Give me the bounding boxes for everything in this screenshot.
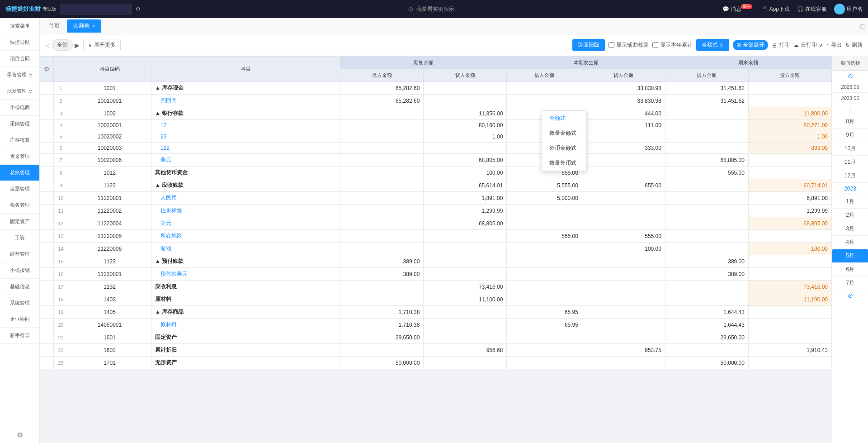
sidebar-item-invoice[interactable]: 发票管理: [0, 181, 39, 197]
th-settings: ⚙: [40, 57, 54, 82]
sidebar-item-basic[interactable]: 基础信息: [0, 279, 39, 295]
tab-close-btn[interactable]: ×: [92, 24, 95, 29]
right-panel-up2-btn[interactable]: ↑: [832, 104, 868, 115]
td-name[interactable]: 23: [151, 131, 340, 143]
table-row: 16 11230001 预付款美元 389.00 389.00: [40, 268, 832, 281]
demo-link[interactable]: ◎ 我要看实例演示: [144, 5, 719, 13]
dropdown-item-qty-amount[interactable]: 数量金额式: [542, 126, 586, 141]
print-btn[interactable]: 🖨 打印: [772, 41, 790, 49]
month-9[interactable]: 9月: [832, 129, 868, 142]
td-name: 原材料: [151, 293, 340, 306]
dropdown-item-amount[interactable]: 金额式: [542, 111, 586, 126]
tab-maximize-btn[interactable]: □: [861, 23, 864, 30]
td-name[interactable]: 预付款美元: [151, 268, 340, 281]
expand-more-btn[interactable]: ∨ 展开更多: [83, 39, 121, 51]
breadcrumb-tag[interactable]: 全部: [52, 39, 73, 51]
td-open-credit: 11,356.00: [424, 107, 507, 120]
td-name[interactable]: 游戏: [151, 243, 340, 255]
sidebar-item-search[interactable]: 搜索菜单: [0, 18, 39, 34]
td-name[interactable]: 所在地区: [151, 230, 340, 243]
sidebar-item-enterprise[interactable]: 企业协同: [0, 311, 39, 328]
sidebar-item-ledger[interactable]: 总账管理: [0, 165, 39, 181]
tab-home[interactable]: 首页: [43, 19, 65, 33]
sidebar-item-retail[interactable]: 零售管理 ∨: [0, 67, 39, 83]
td-close-credit: [748, 255, 831, 268]
tab-balance[interactable]: 余额表 ×: [67, 19, 101, 33]
right-panel-down-btn[interactable]: ⊘: [832, 290, 868, 301]
show-auxiliary-check[interactable]: 显示辅助核算: [609, 41, 649, 49]
tab-balance-label: 余额表: [73, 22, 90, 30]
month-8[interactable]: 8月: [832, 115, 868, 129]
month-3[interactable]: 3月: [832, 222, 868, 236]
td-cur-credit: 555.00: [582, 230, 665, 243]
sidebar-item-purchase[interactable]: 采购管理: [0, 116, 39, 132]
user-avatar-btn[interactable]: 用户名: [834, 4, 863, 14]
sidebar-item-payroll[interactable]: 工资: [0, 230, 39, 246]
settings-icon[interactable]: ⚙: [17, 431, 23, 439]
td-name[interactable]: 回回回: [151, 95, 340, 107]
back-to-old-btn[interactable]: 退回旧版: [572, 39, 605, 51]
td-code: 1012: [68, 167, 151, 179]
td-close-debit: 389.00: [665, 268, 748, 281]
show-ytd-check[interactable]: 显示本年累计: [652, 41, 693, 49]
month-5[interactable]: 5月: [832, 249, 868, 263]
demo-label: 我要看实例演示: [416, 5, 454, 13]
td-open-debit: 65,282.60: [340, 95, 424, 107]
month-7[interactable]: 7月: [832, 276, 868, 290]
td-open-credit: [424, 306, 507, 319]
online-service-btn[interactable]: 🎧 在线客服: [797, 5, 827, 13]
sidebar-item-tax[interactable]: 税务管理: [0, 197, 39, 214]
search-settings-icon[interactable]: ⚙: [136, 6, 141, 12]
tab-minimize-btn[interactable]: —: [851, 23, 857, 30]
sidebar-item-expense[interactable]: 小畅报销: [0, 262, 39, 279]
month-1[interactable]: 1月: [832, 195, 868, 209]
td-settings: [40, 255, 54, 268]
breadcrumb-back-icon[interactable]: ◁: [45, 42, 50, 49]
dropdown-item-qty-foreign[interactable]: 数量外币式: [542, 156, 586, 171]
month-11[interactable]: 11月: [832, 156, 868, 169]
right-panel-up-btn[interactable]: ⊙: [832, 71, 868, 81]
expand-all-btn[interactable]: ⊞ 全部展开: [733, 40, 768, 50]
sidebar-item-system[interactable]: 系统管理: [0, 295, 39, 311]
sidebar-item-guide[interactable]: 新手引导: [0, 328, 39, 344]
month-12[interactable]: 12月: [832, 169, 868, 183]
sidebar-item-operations[interactable]: 经营管理: [0, 246, 39, 262]
sidebar-item-funds[interactable]: 资金管理: [0, 148, 39, 165]
dropdown-item-foreign-amount[interactable]: 外币金额式: [542, 141, 586, 156]
td-close-debit: [665, 230, 748, 243]
sidebar-item-nav[interactable]: 快捷导航: [0, 34, 39, 51]
td-name[interactable]: 美元: [151, 154, 340, 167]
sidebar-item-assets[interactable]: 固定资产: [0, 214, 39, 230]
show-auxiliary-checkbox[interactable]: [609, 42, 614, 48]
td-name[interactable]: 往来标签: [151, 205, 340, 217]
app-download-btn[interactable]: 📱 App下载: [761, 5, 790, 13]
show-ytd-checkbox[interactable]: [652, 42, 658, 48]
th-cur-debit: 借方金额: [507, 69, 582, 82]
mode-btn[interactable]: 金额式 ∧: [696, 39, 729, 51]
print-icon: 🖨: [772, 42, 777, 48]
cloud-print-btn[interactable]: ☁ 云打印 ∨: [793, 41, 823, 49]
export-btn[interactable]: ↑ 导出: [826, 41, 842, 49]
month-10[interactable]: 10月: [832, 142, 868, 156]
th-opening: 期初余额: [340, 57, 507, 69]
sidebar-item-wholesale[interactable]: 批发管理 ∨: [0, 83, 39, 100]
sidebar-item-inventory[interactable]: 库存核算: [0, 132, 39, 148]
table-scroll[interactable]: ⚙ 科目编码 科目 期初余额 本期发生额 期末余额 借方金额 贷方金额: [40, 56, 832, 443]
month-4[interactable]: 4月: [832, 236, 868, 249]
td-name[interactable]: 12: [151, 120, 340, 131]
online-service-label: 在线客服: [805, 5, 827, 13]
month-6[interactable]: 6月: [832, 263, 868, 276]
sidebar-item-ecommerce[interactable]: 小畅电商: [0, 100, 39, 116]
td-name[interactable]: 人民币: [151, 192, 340, 205]
td-name[interactable]: 美元: [151, 217, 340, 230]
td-name[interactable]: 122: [151, 143, 340, 154]
table-settings-icon[interactable]: ⚙: [44, 66, 50, 73]
refresh-btn[interactable]: ↻ 刷新: [845, 41, 863, 49]
message-btn[interactable]: 💬 消息 99+: [722, 5, 754, 13]
td-cur-credit: [582, 255, 665, 268]
month-2[interactable]: 2月: [832, 209, 868, 222]
sidebar-item-project[interactable]: 项目合同: [0, 51, 39, 67]
td-name[interactable]: 原材料: [151, 319, 340, 331]
td-cur-debit: 5,555.00: [507, 179, 582, 192]
search-input[interactable]: [60, 4, 132, 14]
